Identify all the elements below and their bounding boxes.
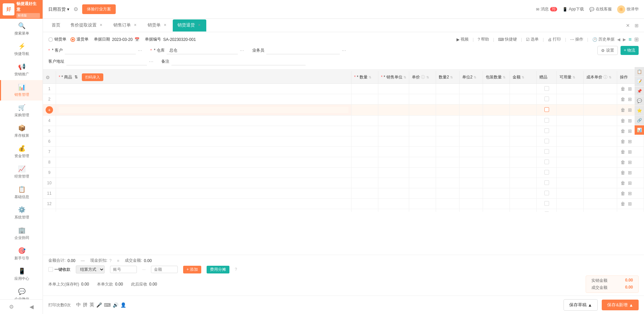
- discount-help-icon[interactable]: ?: [109, 258, 112, 263]
- copy-row-icon[interactable]: ⊞: [627, 138, 633, 145]
- gift-checkbox[interactable]: [544, 191, 549, 195]
- amount-cell[interactable]: [510, 105, 537, 116]
- save-new-button[interactable]: 保存&新增 ▲: [602, 300, 639, 310]
- available-cell[interactable]: [557, 84, 584, 94]
- sidebar-item-shortcut[interactable]: ⚡ 快捷导航: [0, 39, 43, 60]
- copy-row-icon[interactable]: ⊞: [627, 169, 633, 176]
- trial-button[interactable]: 体验行业方案: [82, 4, 116, 14]
- copy-row-icon[interactable]: ⊞: [627, 96, 633, 103]
- price-cell[interactable]: [409, 94, 436, 105]
- product-cell[interactable]: [56, 84, 352, 94]
- tab-close-icon[interactable]: ✕: [197, 23, 202, 27]
- tab-close-icon[interactable]: ✕: [99, 23, 103, 27]
- customer-select-icon[interactable]: ···: [138, 48, 142, 54]
- product-cell[interactable]: [56, 188, 352, 199]
- gift-checkbox[interactable]: [544, 97, 549, 101]
- gift-checkbox[interactable]: [544, 180, 549, 185]
- sidebar-item-basic[interactable]: 📋 基础信息: [0, 182, 43, 203]
- tab-sales-delivery[interactable]: 销货单 ✕: [143, 19, 172, 32]
- operate-action[interactable]: ⋯ 操作: [570, 37, 583, 42]
- copy-row-icon[interactable]: ⊞: [627, 159, 633, 166]
- tab-sales-order[interactable]: 销售订单 ✕: [109, 19, 142, 32]
- unit-cell[interactable]: [378, 94, 409, 105]
- copy-row-icon[interactable]: ⊞: [627, 190, 633, 197]
- delete-row-icon[interactable]: 🗑: [620, 148, 626, 155]
- sidebar-item-system[interactable]: ⚙️ 系统管理: [0, 203, 43, 223]
- right-btn-active[interactable]: 📊: [635, 125, 644, 135]
- amount-cell[interactable]: [510, 94, 537, 105]
- sidebar-item-sales[interactable]: 📊 销售管理: [0, 80, 43, 101]
- address-input[interactable]: [66, 58, 147, 65]
- gift-checkbox[interactable]: [544, 118, 549, 123]
- delete-row-icon[interactable]: 🗑: [620, 85, 626, 92]
- packqty-cell[interactable]: [483, 94, 510, 105]
- delete-row-icon[interactable]: 🗑: [620, 107, 626, 113]
- view-list-btn[interactable]: ≡: [629, 37, 632, 43]
- tab-close-icon[interactable]: ✕: [163, 23, 167, 27]
- right-btn-6[interactable]: 🔗: [635, 116, 644, 125]
- product-cell[interactable]: [56, 147, 352, 157]
- add-row-button[interactable]: +: [46, 106, 53, 114]
- close-tab-icon[interactable]: ✕: [625, 21, 631, 29]
- qty2-cell[interactable]: [436, 84, 460, 94]
- available-cell[interactable]: [557, 105, 584, 116]
- delete-row-icon[interactable]: 🗑: [620, 169, 626, 176]
- right-btn-4[interactable]: 💬: [635, 96, 644, 106]
- radio-delivery[interactable]: 销货单: [48, 37, 66, 42]
- product-cell[interactable]: [56, 116, 352, 126]
- form-settings-button[interactable]: ⚙ 设置: [597, 46, 618, 55]
- help-action[interactable]: ? 帮助: [478, 37, 489, 42]
- one-click-payment[interactable]: 一键收款: [48, 267, 70, 272]
- copy-row-icon[interactable]: ⊞: [627, 128, 633, 134]
- copy-row-icon[interactable]: ⊞: [627, 180, 633, 186]
- unit2-cell[interactable]: [460, 105, 483, 116]
- nav-prev-btn[interactable]: ◀: [617, 37, 620, 42]
- gift-checkbox[interactable]: [544, 201, 549, 206]
- cost-price-cell[interactable]: [584, 94, 617, 105]
- sidebar-item-purchase[interactable]: 🛒 采购管理: [0, 101, 43, 121]
- warehouse-select-icon[interactable]: ···: [240, 48, 244, 54]
- delete-row-icon[interactable]: 🗑: [620, 117, 626, 124]
- copy-row-icon[interactable]: ⊞: [627, 107, 633, 113]
- gift-checkbox[interactable]: [544, 86, 549, 91]
- view-grid-btn[interactable]: ⊞: [634, 36, 639, 43]
- payment-checkbox[interactable]: [48, 267, 53, 272]
- message-item[interactable]: ✉ 消息 70: [536, 6, 557, 12]
- remark-input[interactable]: [171, 58, 306, 65]
- gift-checkbox[interactable]: [544, 170, 549, 175]
- sidebar-item-inventory[interactable]: 📦 库存核算: [0, 121, 43, 141]
- gift-cell[interactable]: [537, 105, 557, 116]
- amount-input[interactable]: [151, 266, 178, 273]
- right-btn-2[interactable]: 📝: [635, 77, 644, 86]
- copy-row-icon[interactable]: ⊞: [627, 148, 633, 155]
- gift-checkbox[interactable]: [544, 107, 549, 112]
- gift-checkbox[interactable]: [544, 128, 549, 133]
- price-cell[interactable]: [409, 105, 436, 116]
- packqty-cell[interactable]: [483, 105, 510, 116]
- table-scroll[interactable]: ⚙ * * 商品 ⇅ 扫码录入 * * 数量 ⇅: [43, 71, 644, 212]
- cost-price-cell[interactable]: [584, 84, 617, 94]
- product-input-active[interactable]: [59, 107, 348, 113]
- calendar-icon[interactable]: 📅: [135, 37, 140, 42]
- add-payment-button[interactable]: + 添加: [183, 266, 201, 273]
- dots-icon[interactable]: ···: [142, 267, 146, 272]
- cost-price-cell[interactable]: [584, 105, 617, 116]
- sidebar-item-guide[interactable]: 🎯 新手引导: [0, 244, 43, 264]
- qty2-cell[interactable]: [436, 105, 460, 116]
- sidebar-settings-icon[interactable]: ⚙: [8, 302, 15, 311]
- ime-pinyin-icon[interactable]: 拼: [83, 302, 88, 308]
- copy-row-icon[interactable]: ⊞: [627, 85, 633, 92]
- delete-row-icon[interactable]: 🗑: [620, 159, 626, 166]
- sidebar-item-search[interactable]: 🔍 搜索菜单: [0, 19, 43, 39]
- gift-checkbox[interactable]: [544, 160, 549, 164]
- delete-row-icon[interactable]: 🗑: [620, 96, 626, 103]
- tab-home[interactable]: 首页: [47, 19, 65, 32]
- sidebar-item-finance[interactable]: 💰 资金管理: [0, 141, 43, 162]
- product-cell[interactable]: [56, 136, 352, 147]
- sidebar-item-enterprise[interactable]: 🏢 企业协同: [0, 223, 43, 244]
- product-cell[interactable]: [56, 209, 352, 212]
- save-draft-button[interactable]: 保存草稿 ▲: [564, 299, 598, 311]
- user-taskbar-icon[interactable]: 👤: [120, 302, 126, 308]
- product-cell[interactable]: [56, 178, 352, 188]
- volume-icon[interactable]: 🔊: [113, 302, 118, 308]
